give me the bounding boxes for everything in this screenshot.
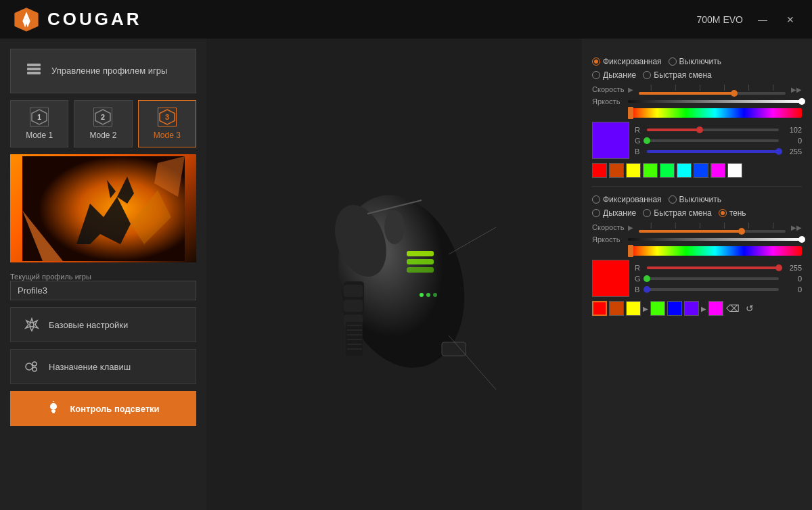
svg-point-42: [426, 293, 430, 297]
brightness-label-2: Яркость: [592, 235, 623, 244]
mode1-label: Mode 1: [26, 131, 53, 140]
svg-rect-27: [51, 410, 55, 412]
color-preview-1[interactable]: [592, 122, 629, 159]
r-track-1[interactable]: [647, 129, 779, 131]
swatch-pink-2[interactable]: [708, 301, 723, 316]
profile-name-input[interactable]: [10, 281, 196, 300]
radio-off-label-2: Выключить: [679, 195, 721, 204]
brightness-track-1[interactable]: [628, 100, 802, 103]
reset-icon[interactable]: ↺: [742, 301, 757, 316]
basic-settings-label: Базовые настройки: [49, 320, 128, 330]
mode3-button[interactable]: 3 Mode 3: [138, 100, 196, 147]
swatch-yellow-1[interactable]: [626, 163, 641, 178]
swatch-green-2[interactable]: [650, 301, 665, 316]
light-section-1: Фиксированная Выключить Дыхание Быстрая …: [592, 49, 802, 187]
swatch-orange-2[interactable]: [609, 301, 624, 316]
b-row-2: B 0: [635, 285, 802, 294]
hue-track-1[interactable]: [628, 108, 802, 118]
radio-breath-circle-1: [592, 71, 600, 79]
erase-icon[interactable]: ⌫: [725, 301, 740, 316]
brightness-slider-row-1: Яркость: [592, 97, 802, 106]
close-button[interactable]: ✕: [782, 13, 798, 26]
radio-shadow-label-2: тень: [729, 208, 746, 218]
radio-off-1[interactable]: Выключить: [669, 57, 721, 66]
speed-arrow-right-2[interactable]: ▶▶: [791, 224, 802, 231]
svg-rect-28: [52, 412, 55, 413]
radio-off-label-1: Выключить: [679, 57, 721, 66]
speed-arrow-left-1[interactable]: ▶: [628, 86, 633, 93]
radio-fixed-2[interactable]: Фиксированная: [592, 195, 662, 204]
swatch-cyan-1[interactable]: [677, 163, 692, 178]
backlight-button[interactable]: Контроль подсветки: [10, 391, 196, 426]
radio-breath-label-2: Дыхание: [603, 208, 636, 218]
modes-row: 1 Mode 1 2 Mode 2 3: [10, 100, 196, 147]
hue-slider-row-2: [592, 246, 802, 256]
swatch-green2-1[interactable]: [660, 163, 675, 178]
minimize-button[interactable]: —: [754, 13, 771, 26]
swatch-white-1[interactable]: [727, 163, 742, 178]
radio-breath-2[interactable]: Дыхание: [592, 208, 636, 218]
swatch-magenta-1[interactable]: [710, 163, 725, 178]
svg-rect-39: [344, 300, 363, 312]
b-row-1: B 255: [635, 147, 802, 156]
swatch-yellow-2[interactable]: [626, 301, 641, 316]
svg-point-41: [420, 293, 424, 297]
brightness-track-2[interactable]: [628, 238, 802, 241]
radio-breath-1[interactable]: Дыхание: [592, 70, 636, 80]
speed-arrow-left-2[interactable]: ▶: [628, 224, 633, 231]
profile-management-button[interactable]: Управление профилем игры: [10, 49, 196, 93]
swatch-red-1[interactable]: [592, 163, 607, 178]
radio-shadow-2[interactable]: тень: [719, 208, 746, 218]
key-icon: [24, 359, 39, 374]
basic-settings-button[interactable]: Базовые настройки: [10, 307, 196, 342]
swatch-blue-2[interactable]: [667, 301, 682, 316]
mode2-button[interactable]: 2 Mode 2: [74, 100, 132, 147]
mode1-button[interactable]: 1 Mode 1: [10, 100, 68, 147]
speed-track-1[interactable]: | | | | | |: [639, 84, 786, 95]
radio-fixed-circle-2: [592, 195, 600, 204]
speed-arrow-right-1[interactable]: ▶▶: [791, 86, 802, 93]
b-label-2: B: [635, 285, 643, 294]
radio-fast-2[interactable]: Быстрая смена: [643, 208, 711, 218]
svg-rect-34: [407, 251, 434, 256]
swatch-green1-1[interactable]: [643, 163, 658, 178]
radio-off-2[interactable]: Выключить: [669, 195, 721, 204]
speed-slider-row-1: Скорость ▶ | | | | | | ▶: [592, 84, 802, 95]
b-track-2[interactable]: [647, 288, 779, 291]
g-track-2[interactable]: [647, 277, 779, 280]
svg-rect-3: [27, 64, 41, 66]
svg-point-43: [433, 293, 437, 297]
svg-rect-5: [27, 72, 41, 74]
speed-slider-row-2: Скорость ▶ | | | | | | ▶: [592, 222, 802, 233]
swatch-purple-2[interactable]: [684, 301, 699, 316]
color-preview-2[interactable]: [592, 260, 629, 297]
backlight-label: Контроль подсветки: [70, 404, 159, 414]
b-track-1[interactable]: [647, 150, 779, 153]
key-assignment-button[interactable]: Назначение клавиш: [10, 349, 196, 384]
mode3-number: 3: [158, 108, 177, 126]
r-row-2: R 255: [635, 264, 802, 272]
title-bar-left: COUGAR: [14, 7, 142, 32]
radio-fast-1[interactable]: Быстрая смена: [643, 70, 711, 80]
color-picker-1: R 102 G 0: [592, 122, 802, 159]
r-track-2[interactable]: [647, 266, 779, 269]
sidebar: Управление профилем игры 1 Mode 1: [0, 39, 206, 510]
radio-row-2: Дыхание Быстрая смена: [592, 70, 802, 80]
svg-text:1: 1: [37, 113, 41, 121]
radio-fixed-1[interactable]: Фиксированная: [592, 57, 662, 66]
radio-off-circle-1: [669, 57, 677, 66]
swatch-blue-1[interactable]: [694, 163, 708, 178]
swatch-orange-1[interactable]: [609, 163, 624, 178]
color-swatches-1: [592, 163, 802, 178]
swatch-red-2[interactable]: [592, 301, 607, 316]
radio-shadow-circle-2: [719, 209, 727, 217]
g-row-2: G 0: [635, 275, 802, 283]
color-picker-2: R 255 G 0: [592, 260, 802, 297]
speed-label-1: Скорость: [592, 85, 623, 93]
speed-track-2[interactable]: | | | | | |: [639, 222, 786, 233]
radio-fast-circle-1: [643, 71, 651, 79]
g-track-1[interactable]: [647, 139, 779, 142]
hue-track-2[interactable]: [628, 246, 802, 256]
svg-text:3: 3: [165, 113, 169, 121]
light-section-2: Фиксированная Выключить Дыхание Быстрая …: [592, 187, 802, 324]
